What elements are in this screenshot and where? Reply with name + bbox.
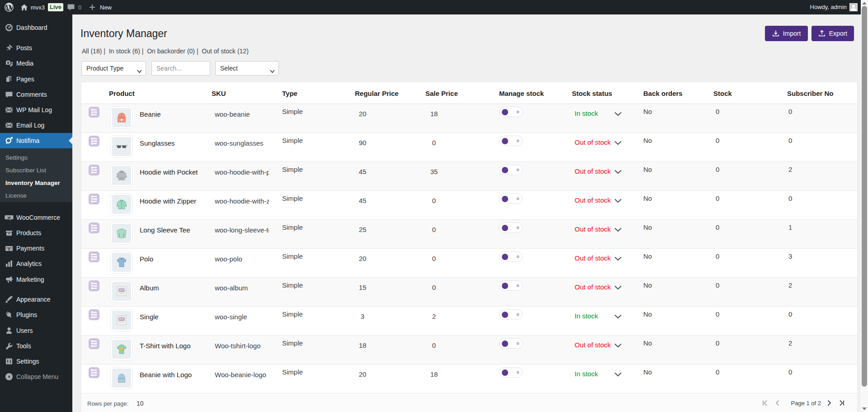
svg-text:$: $ <box>8 248 10 251</box>
svg-text:WOO: WOO <box>119 318 124 320</box>
svg-text:W: W <box>7 216 11 220</box>
svg-text:WOO: WOO <box>119 289 124 291</box>
